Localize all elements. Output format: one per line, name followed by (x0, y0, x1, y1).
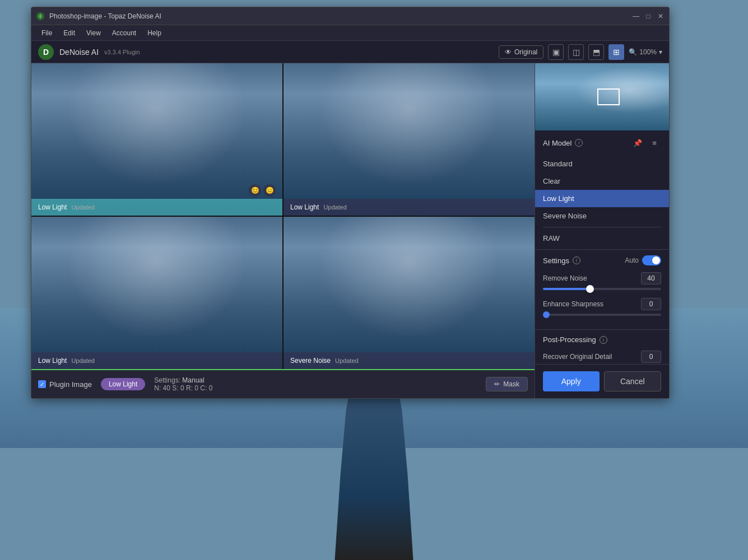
menu-account[interactable]: Account (106, 27, 142, 39)
panel-label-bottom-right: Severe Noise Updated (284, 352, 535, 369)
emoji-neutral-icon[interactable]: 😑 (263, 184, 276, 197)
model-item-raw[interactable]: RAW (535, 230, 669, 247)
menu-file[interactable]: File (36, 27, 58, 39)
model-item-clear[interactable]: Clear (535, 172, 669, 190)
panel-bottom-left: Low Light Updated (31, 217, 282, 369)
model-item-standard[interactable]: Standard (535, 155, 669, 172)
panel-image-top-left (31, 63, 282, 216)
close-button[interactable]: ✕ (657, 12, 665, 20)
model-list-divider (543, 227, 661, 227)
model-name-bottom-left: Low Light (38, 357, 67, 365)
model-item-lowlight[interactable]: Low Light (535, 190, 669, 207)
model-name-top-right: Low Light (290, 203, 319, 211)
auto-toggle-switch[interactable] (642, 255, 661, 265)
image-grid: 😊 😑 Low Light Updated (31, 63, 535, 369)
toolbar-right: 👁 Original ▣ ◫ ⬒ ⊞ 🔍 100% ▾ (499, 44, 662, 60)
panel-label-top-right: Low Light Updated (284, 199, 535, 216)
recover-detail-value[interactable]: 0 (641, 351, 661, 363)
model-list: Standard Clear Low Light Severe Noise RA… (535, 153, 669, 249)
panel-top-right: Low Light Updated (284, 63, 535, 216)
enhance-sharpness-value[interactable]: 0 (641, 298, 661, 310)
remove-noise-value[interactable]: 40 (641, 272, 661, 284)
label-badge-bottom-right: Severe Noise Updated (290, 357, 359, 365)
view-quad-button[interactable]: ⊞ (608, 44, 624, 60)
app-icon (36, 12, 45, 21)
panel-image-bottom-left (31, 217, 282, 369)
enhance-sharpness-label: Enhance Sharpness (543, 300, 603, 308)
view-single-button[interactable]: ▣ (548, 44, 564, 60)
bottom-bar: ✓ Plugin Image Low Light Settings: Manua… (31, 369, 535, 398)
model-name-top-left: Low Light (38, 203, 67, 211)
label-badge-bottom-left: Low Light Updated (38, 357, 95, 365)
pin-icon[interactable]: 📌 (631, 136, 644, 150)
menu-help[interactable]: Help (142, 27, 167, 39)
ai-model-info-icon[interactable]: i (575, 139, 583, 147)
app-name: DeNoise AI (59, 48, 99, 57)
updated-badge-top-left: Updated (71, 204, 95, 211)
list-icon[interactable]: ≡ (648, 136, 661, 150)
app-window: Photoshop-image - Topaz DeNoise AI — □ ✕… (31, 7, 670, 399)
plugin-label: Plugin Image (49, 380, 92, 389)
mask-button[interactable]: ✏ Mask (486, 377, 528, 391)
settings-info: Settings: Manual N: 40 S: 0 R: 0 C: 0 (154, 376, 477, 392)
minimize-button[interactable]: — (632, 12, 640, 20)
window-title: Photoshop-image - Topaz DeNoise AI (49, 12, 161, 20)
enhance-sharpness-group: Enhance Sharpness 0 (543, 298, 661, 316)
plugin-checkbox[interactable]: ✓ Plugin Image (38, 380, 92, 389)
recover-detail-row: Recover Original Detail 0 (543, 351, 661, 363)
original-button[interactable]: 👁 Original (499, 45, 543, 59)
app-logo: D (38, 44, 54, 60)
panel-bottom-right: Severe Noise Updated (284, 217, 535, 369)
settings-params: N: 40 S: 0 R: 0 C: 0 (154, 384, 212, 392)
settings-title: Settings i (543, 256, 580, 265)
maximize-button[interactable]: □ (644, 12, 652, 20)
model-pill[interactable]: Low Light (101, 378, 145, 390)
model-item-severenoise[interactable]: Severe Noise (535, 207, 669, 225)
ai-model-icons: 📌 ≡ (631, 136, 661, 150)
panel-image-bottom-right (284, 217, 535, 369)
panel-label-bottom-left: Low Light Updated (31, 352, 282, 369)
zoom-level: 100% (639, 48, 657, 56)
remove-noise-label: Remove Noise (543, 274, 587, 282)
recover-detail-label: Recover Original Detail (543, 353, 612, 361)
settings-info-icon[interactable]: i (573, 256, 580, 264)
remove-noise-group: Remove Noise 40 (543, 272, 661, 290)
view-split-h-button[interactable]: ◫ (568, 44, 584, 60)
settings-mode: Manual (182, 376, 204, 384)
checkbox-icon[interactable]: ✓ (38, 380, 46, 388)
remove-noise-row: Remove Noise 40 (543, 272, 661, 284)
remove-noise-track[interactable] (543, 288, 661, 290)
updated-badge-top-right: Updated (323, 204, 347, 211)
label-badge-top-left: Low Light Updated (38, 203, 95, 211)
title-bar-left: Photoshop-image - Topaz DeNoise AI (36, 12, 161, 21)
emoji-happy-icon[interactable]: 😊 (249, 184, 261, 197)
image-area: 😊 😑 Low Light Updated (31, 63, 535, 398)
post-processing-info-icon[interactable]: i (600, 336, 607, 344)
apply-button[interactable]: Apply (543, 371, 600, 391)
ai-model-header: AI Model i 📌 ≡ (535, 130, 669, 153)
toolbar: D DeNoise AI v3.3.4 Plugin 👁 Original ▣ … (31, 41, 669, 63)
post-processing-title: Post-Processing (543, 335, 596, 344)
model-name-bottom-right: Severe Noise (290, 357, 331, 365)
menu-view[interactable]: View (81, 27, 106, 39)
auto-label: Auto (625, 256, 639, 264)
recover-detail-group: Recover Original Detail 0 (543, 351, 661, 364)
toggle-knob (652, 256, 660, 264)
app-version: v3.3.4 Plugin (104, 49, 140, 55)
remove-noise-thumb[interactable] (586, 285, 594, 293)
split-icons: 😊 😑 (249, 184, 276, 197)
view-split-v-button[interactable]: ⬒ (588, 44, 604, 60)
settings-label: Settings: (154, 376, 182, 384)
right-panel-content: AI Model i 📌 ≡ Standard Clear Low Light … (535, 130, 669, 364)
updated-badge-bottom-left: Updated (71, 357, 95, 364)
enhance-sharpness-dot (543, 311, 550, 318)
mask-label: Mask (503, 380, 519, 388)
title-bar-controls: — □ ✕ (632, 12, 665, 20)
menu-edit[interactable]: Edit (58, 27, 81, 39)
thumbnail-selector[interactable] (597, 88, 620, 105)
zoom-control: 🔍 100% ▾ (629, 48, 662, 56)
enhance-sharpness-track[interactable] (543, 314, 661, 316)
enhance-sharpness-row: Enhance Sharpness 0 (543, 298, 661, 310)
cancel-button[interactable]: Cancel (604, 371, 662, 391)
ai-model-label: AI Model (543, 139, 572, 147)
